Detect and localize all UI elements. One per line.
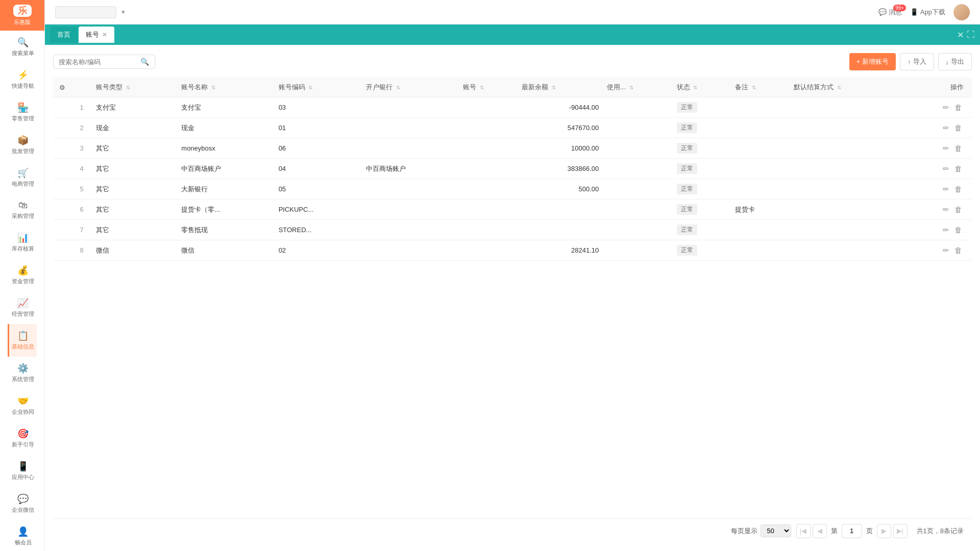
- row-name-5: 提货卡（零...: [177, 199, 274, 220]
- sidebar-icon-sys-mgmt: ⚙️: [17, 363, 29, 374]
- export-button[interactable]: ↓ 导出: [938, 53, 972, 70]
- delete-button-2[interactable]: 🗑: [954, 144, 962, 153]
- row-account-4: [459, 179, 518, 199]
- tab-account-label: 账号: [86, 30, 99, 39]
- row-remark-3: [731, 159, 790, 179]
- col-bank[interactable]: 开户银行 ⇅: [362, 78, 459, 97]
- sidebar-logo: 乐 乐惠版: [0, 0, 44, 31]
- table-row: 2 现金 现金 01 547670.00 正常 ✏ 🗑: [53, 118, 972, 138]
- page-size-select[interactable]: 50 20 100: [761, 524, 791, 537]
- sidebar-item-member[interactable]: 👤 畅会员: [8, 520, 37, 551]
- delete-button-3[interactable]: 🗑: [954, 164, 962, 173]
- row-code-1: 01: [275, 118, 362, 138]
- col-status[interactable]: 状态 ⇅: [673, 78, 731, 97]
- tab-expand-icon[interactable]: ⛶: [967, 30, 975, 40]
- row-name-2: moneybosx: [177, 138, 274, 159]
- col-settings[interactable]: ⚙: [53, 78, 71, 97]
- sidebar-item-new-guide[interactable]: 🎯 新手引导: [8, 422, 37, 455]
- edit-button-7[interactable]: ✏: [943, 246, 949, 255]
- message-button[interactable]: 💬 消息 99+: [878, 8, 902, 17]
- col-name[interactable]: 账号名称 ⇅: [177, 78, 274, 97]
- row-status-2: 正常: [673, 138, 731, 159]
- tab-close-all-icon[interactable]: ✕: [957, 30, 964, 40]
- sidebar-item-sys-mgmt[interactable]: ⚙️ 系统管理: [8, 357, 37, 389]
- col-type[interactable]: 账号类型 ⇅: [92, 78, 177, 97]
- col-usage[interactable]: 使用... ⇅: [603, 78, 673, 97]
- topbar-search-input[interactable]: [55, 6, 116, 18]
- edit-button-2[interactable]: ✏: [943, 144, 949, 153]
- row-no-1: 2: [71, 118, 92, 138]
- col-code[interactable]: 账号编码 ⇅: [275, 78, 362, 97]
- col-balance[interactable]: 最新余额 ⇅: [518, 78, 603, 97]
- sidebar-item-funds-mgmt[interactable]: 💰 资金管理: [8, 259, 37, 291]
- sidebar-label-quick-nav: 快捷导航: [12, 82, 34, 90]
- add-account-button[interactable]: + 新增账号: [849, 53, 896, 70]
- sidebar-label-enterprise-agreement: 企业协同: [12, 408, 34, 416]
- import-label: 导入: [913, 57, 926, 66]
- sidebar-item-enterprise-wechat[interactable]: 💬 企业微信: [8, 487, 37, 520]
- row-settings-1: [53, 118, 71, 138]
- edit-button-6[interactable]: ✏: [943, 226, 949, 234]
- tab-home[interactable]: 首页: [50, 27, 78, 43]
- col-remark[interactable]: 备注 ⇅: [731, 78, 790, 97]
- sidebar-item-retail-mgmt[interactable]: 🏪 零售管理: [8, 96, 37, 129]
- sidebar-item-wholesale-mgmt[interactable]: 📦 批发管理: [8, 129, 37, 161]
- account-table-wrap: ⚙ 账号类型 ⇅ 账号名称 ⇅ 账号编码 ⇅ 开户银行 ⇅ 账号 ⇅ 最新余额 …: [53, 78, 972, 518]
- row-usage-1: [603, 118, 673, 138]
- user-avatar[interactable]: [953, 4, 970, 20]
- edit-button-0[interactable]: ✏: [943, 103, 949, 112]
- sidebar-item-app-center[interactable]: 📱 应用中心: [8, 455, 37, 487]
- logo-icon: 乐: [13, 5, 32, 17]
- row-balance-0: -90444.00: [518, 97, 603, 118]
- search-icon[interactable]: 🔍: [140, 58, 149, 66]
- sidebar-item-quick-nav[interactable]: ⚡ 快捷导航: [8, 63, 37, 96]
- logo-text: 乐惠版: [14, 18, 31, 26]
- row-usage-3: [603, 159, 673, 179]
- edit-button-1[interactable]: ✏: [943, 123, 949, 132]
- tab-account-close-icon[interactable]: ✕: [102, 31, 107, 38]
- import-button[interactable]: ↑ 导入: [900, 53, 934, 70]
- sidebar-label-ecommerce-mgmt: 电商管理: [12, 180, 34, 188]
- sidebar-item-ecommerce-mgmt[interactable]: 🛒 电商管理: [8, 161, 37, 194]
- delete-button-4[interactable]: 🗑: [954, 185, 962, 193]
- row-usage-7: [603, 240, 673, 261]
- row-account-1: [459, 118, 518, 138]
- message-icon: 💬: [878, 8, 887, 16]
- topbar-dropdown-icon[interactable]: ▾: [121, 8, 125, 16]
- sidebar-item-ops-mgmt[interactable]: 📈 经营管理: [8, 291, 37, 324]
- edit-button-5[interactable]: ✏: [943, 205, 949, 214]
- sidebar-icon-retail-mgmt: 🏪: [17, 102, 29, 113]
- col-default-settle[interactable]: 默认结算方式 ⇅: [790, 78, 902, 97]
- page-input[interactable]: [842, 524, 862, 538]
- delete-button-0[interactable]: 🗑: [954, 103, 962, 112]
- app-download-button[interactable]: 📱 App下载: [910, 8, 945, 17]
- edit-button-3[interactable]: ✏: [943, 164, 949, 173]
- first-page-button[interactable]: |◀: [796, 524, 811, 538]
- tab-account[interactable]: 账号 ✕: [79, 27, 114, 43]
- sidebar-label-search-menu: 搜索菜单: [12, 49, 34, 57]
- prev-page-button[interactable]: ◀: [813, 524, 827, 538]
- row-default-settle-3: [790, 159, 902, 179]
- row-no-2: 3: [71, 138, 92, 159]
- sidebar-item-basic-info[interactable]: 📋 基础信息: [8, 324, 37, 357]
- message-badge: 99+: [893, 5, 906, 11]
- col-actions: 操作: [902, 78, 972, 97]
- sidebar-icon-wholesale-mgmt: 📦: [17, 135, 29, 146]
- sidebar-item-search-menu[interactable]: 🔍 搜索菜单: [8, 31, 37, 63]
- last-page-button[interactable]: ▶|: [893, 524, 908, 538]
- row-no-0: 1: [71, 97, 92, 118]
- edit-button-4[interactable]: ✏: [943, 185, 949, 193]
- row-balance-7: 28241.10: [518, 240, 603, 261]
- delete-button-7[interactable]: 🗑: [954, 246, 962, 255]
- col-account[interactable]: 账号 ⇅: [459, 78, 518, 97]
- row-code-0: 03: [275, 97, 362, 118]
- delete-button-5[interactable]: 🗑: [954, 205, 962, 214]
- sidebar-item-purchase-mgmt[interactable]: 🛍 采购管理: [8, 194, 37, 226]
- row-actions-4: ✏ 🗑: [902, 179, 972, 199]
- delete-button-1[interactable]: 🗑: [954, 123, 962, 132]
- delete-button-6[interactable]: 🗑: [954, 226, 962, 234]
- search-input[interactable]: [59, 58, 140, 66]
- next-page-button[interactable]: ▶: [877, 524, 891, 538]
- sidebar-item-enterprise-agreement[interactable]: 🤝 企业协同: [8, 389, 37, 422]
- sidebar-item-inventory[interactable]: 📊 库存核算: [8, 226, 37, 259]
